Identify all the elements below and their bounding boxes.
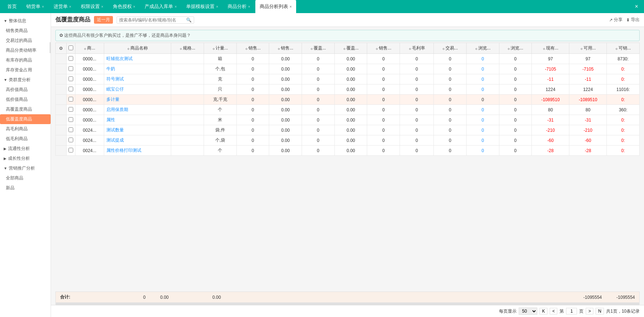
row-checkbox-cell[interactable] bbox=[67, 105, 75, 115]
sidebar-section-growth[interactable]: ▶ 成长性分析 bbox=[0, 154, 51, 163]
col-header-checkbox[interactable] bbox=[67, 43, 75, 54]
close-sales-tab-icon[interactable]: × bbox=[42, 5, 44, 9]
row-checkbox[interactable] bbox=[68, 56, 73, 61]
search-input[interactable] bbox=[119, 17, 185, 23]
col-header-browse-a[interactable]: ⬦ 浏览... bbox=[466, 43, 499, 54]
close-product-analysis-tab-icon[interactable]: × bbox=[248, 5, 250, 9]
col-header-gross[interactable]: ⬦ 毛利率 bbox=[400, 43, 434, 54]
col-header-browse-b[interactable]: ⬦ 浏览... bbox=[499, 43, 532, 54]
col-header-sales-qty[interactable]: ⬦ 销售... bbox=[236, 43, 269, 54]
nav-tab-role[interactable]: 角色授权 × bbox=[109, 0, 140, 13]
row-browse-a[interactable]: 0 bbox=[466, 54, 499, 64]
col-header-code[interactable]: ⬦ 商... bbox=[75, 43, 104, 54]
col-header-unit[interactable]: ⬦ 计量... bbox=[204, 43, 236, 54]
row-name[interactable]: 符号测试 bbox=[104, 74, 171, 84]
row-name[interactable]: 属性 bbox=[104, 115, 171, 125]
row-name[interactable]: 旺辅批次测试 bbox=[104, 54, 171, 64]
row-checkbox[interactable] bbox=[68, 127, 73, 132]
sidebar-item-low-coverage[interactable]: 低覆盖度商品 bbox=[0, 114, 51, 124]
sidebar-item-traded-goods[interactable]: 交易过的商品 bbox=[0, 36, 51, 45]
row-checkbox[interactable] bbox=[68, 76, 73, 81]
sidebar-section-class[interactable]: ▼ 类群度分析 bbox=[0, 75, 51, 85]
next-page-button[interactable]: > bbox=[586, 308, 593, 314]
sidebar-item-all-goods[interactable]: 全部商品 bbox=[0, 173, 51, 183]
col-header-sales-amt[interactable]: ⬦ 销售... bbox=[269, 43, 302, 54]
sidebar-item-with-stock[interactable]: 有库存的商品 bbox=[0, 55, 51, 65]
close-role-tab-icon[interactable]: × bbox=[133, 5, 136, 9]
sidebar-collapse-button[interactable]: 《 bbox=[50, 42, 51, 53]
first-page-button[interactable]: K bbox=[539, 308, 547, 314]
row-browse-a[interactable]: 0 bbox=[466, 125, 499, 135]
search-icon[interactable]: 🔍 bbox=[186, 17, 192, 23]
close-purchase-tab-icon[interactable]: × bbox=[69, 5, 71, 9]
row-checkbox[interactable] bbox=[68, 117, 73, 122]
row-checkbox-cell[interactable] bbox=[67, 54, 75, 64]
col-header-current-stock[interactable]: ⬦ 现有... bbox=[532, 43, 569, 54]
col-header-name[interactable]: ⬦ 商品名称 bbox=[104, 43, 171, 54]
row-browse-a[interactable]: 0 bbox=[466, 64, 499, 74]
col-header-transaction[interactable]: ⬦ 交易... bbox=[434, 43, 467, 54]
row-checkbox[interactable] bbox=[68, 66, 73, 71]
row-browse-a[interactable]: 0 bbox=[466, 84, 499, 95]
row-name[interactable]: 启用保质期 bbox=[104, 105, 171, 115]
nav-tab-sales[interactable]: 销货单 × bbox=[22, 0, 48, 13]
sidebar-item-stock-fund[interactable]: 库存资金占用 bbox=[0, 65, 51, 75]
sidebar-item-high-value[interactable]: 高价值商品 bbox=[0, 85, 51, 95]
close-analysis-list-tab-icon[interactable]: × bbox=[290, 5, 292, 9]
row-name[interactable]: 测试提成 bbox=[104, 135, 171, 146]
row-checkbox-cell[interactable] bbox=[67, 146, 75, 156]
last-page-button[interactable]: N bbox=[596, 308, 604, 314]
select-all-checkbox[interactable] bbox=[68, 45, 73, 50]
row-checkbox-cell[interactable] bbox=[67, 135, 75, 146]
row-checkbox-cell[interactable] bbox=[67, 84, 75, 95]
nav-tab-purchase[interactable]: 进货单 × bbox=[49, 0, 76, 13]
row-checkbox-cell[interactable] bbox=[67, 74, 75, 84]
nav-tab-home[interactable]: 首页 bbox=[3, 0, 21, 13]
sidebar-section-overall[interactable]: ▼ 整体信息 bbox=[0, 16, 51, 26]
sidebar-section-flow[interactable]: ▶ 流通性分析 bbox=[0, 144, 51, 154]
row-browse-a[interactable]: 0 bbox=[466, 95, 499, 105]
date-filter-button[interactable]: 近一月 bbox=[94, 16, 113, 24]
col-header-spec[interactable]: ⬦ 规格... bbox=[171, 43, 204, 54]
page-number-input[interactable] bbox=[566, 308, 577, 314]
row-checkbox[interactable] bbox=[68, 87, 73, 91]
sidebar-item-high-coverage[interactable]: 高覆盖度商品 bbox=[0, 104, 51, 114]
row-name[interactable]: 测试数量 bbox=[104, 125, 171, 135]
row-name[interactable]: 属性价格打印测试 bbox=[104, 146, 171, 156]
col-header-cover-a[interactable]: ⬦ 覆盖... bbox=[302, 43, 335, 54]
prev-page-button[interactable]: < bbox=[550, 308, 557, 314]
row-browse-a[interactable]: 0 bbox=[466, 146, 499, 156]
sidebar-section-marketing[interactable]: ▼ 营销推广分析 bbox=[0, 163, 51, 173]
col-header-available[interactable]: ⬦ 可用... bbox=[569, 43, 607, 54]
sidebar-item-low-value[interactable]: 低价值商品 bbox=[0, 95, 51, 104]
col-header-cover-b[interactable]: ⬦ 覆盖... bbox=[334, 43, 367, 54]
sidebar-item-category-rate[interactable]: 商品分类动销率 bbox=[0, 45, 51, 55]
row-checkbox[interactable] bbox=[68, 97, 73, 102]
close-template-tab-icon[interactable]: × bbox=[216, 5, 218, 9]
export-button[interactable]: ⬇ 导出 bbox=[626, 17, 640, 23]
row-checkbox[interactable] bbox=[68, 148, 73, 152]
row-checkbox-cell[interactable] bbox=[67, 64, 75, 74]
col-header-sales-c[interactable]: ⬦ 销售... bbox=[367, 43, 400, 54]
row-name[interactable]: 牛奶 bbox=[104, 64, 171, 74]
row-checkbox[interactable] bbox=[68, 107, 73, 112]
sidebar-item-low-profit[interactable]: 低毛利商品 bbox=[0, 134, 51, 144]
sidebar-item-sales-goods[interactable]: 销售类商品 bbox=[0, 26, 51, 36]
row-checkbox[interactable] bbox=[68, 138, 73, 142]
window-close-button[interactable]: × bbox=[632, 3, 641, 10]
row-name[interactable]: 多计量 bbox=[104, 95, 171, 105]
nav-tab-product-entry[interactable]: 产成品入库单 × bbox=[140, 0, 181, 13]
nav-tab-permission[interactable]: 权限设置 × bbox=[76, 0, 108, 13]
row-browse-a[interactable]: 0 bbox=[466, 74, 499, 84]
col-header-saleable[interactable]: ⬦ 可销... bbox=[607, 43, 640, 54]
row-checkbox-cell[interactable] bbox=[67, 115, 75, 125]
close-permission-tab-icon[interactable]: × bbox=[101, 5, 103, 9]
per-page-select[interactable]: 50 20 100 bbox=[519, 308, 537, 315]
share-button[interactable]: ↗ 分享 bbox=[609, 17, 623, 23]
sidebar-item-new-goods[interactable]: 新品 bbox=[0, 183, 51, 193]
sidebar-item-high-profit[interactable]: 高毛利商品 bbox=[0, 124, 51, 134]
row-checkbox-cell[interactable] bbox=[67, 125, 75, 135]
col-header-settings[interactable]: ⚙ bbox=[56, 43, 67, 54]
row-browse-a[interactable]: 0 bbox=[466, 115, 499, 125]
row-checkbox-cell[interactable] bbox=[67, 95, 75, 105]
